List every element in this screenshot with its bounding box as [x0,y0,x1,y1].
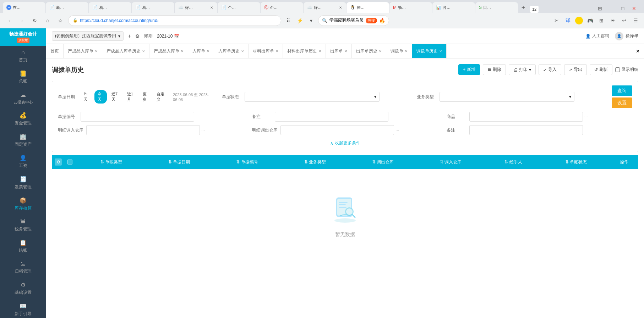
tab-outbound-close[interactable]: ✕ [275,49,278,53]
filter-settings-button[interactable]: 设置 [612,97,632,108]
company-selector[interactable]: (勿删勿禁用）江西服宝测试专用 ▾ [52,31,124,41]
browser-tab-3[interactable]: 📄 易… [89,2,131,13]
lightning-icon[interactable]: ⚡ [295,16,304,25]
column-settings-btn[interactable]: ⚙ [55,158,62,166]
page-tab-inbound[interactable]: 产成品入库单 ✕ [64,44,102,58]
detail-in-dots[interactable]: ··· [201,128,205,133]
address-bar[interactable]: 🔒 https://cloud.chanjet.com/accounting/u… [68,15,281,26]
extensions-icon[interactable]: ⠿ [284,16,293,25]
sidebar-item-cloud-report[interactable]: ☁ 云报表中心 [0,88,46,108]
extension1-icon[interactable] [575,17,583,24]
sidebar-item-home[interactable]: ⌂ 首页 [0,46,46,67]
service-button[interactable]: 👤 人工咨询 [585,33,609,39]
settings-btn[interactable]: ⚙ [135,33,140,39]
browser-tab-7[interactable]: Ⓒ 企… [261,2,303,13]
scissors-icon[interactable]: ✂ [552,16,561,25]
tab-manager-icon[interactable]: ⊞ [596,4,604,13]
close-window-icon[interactable]: ✕ [630,4,638,13]
browser-tab-1[interactable]: ✦ 在… [3,2,45,13]
browser-tab-9[interactable]: 🐧 腾… [346,2,389,13]
refresh-button[interactable]: ↺ 刷新 [590,64,612,75]
sidebar-item-payroll[interactable]: 👤 工资 [0,151,46,172]
detail-out-dots[interactable]: ··· [395,128,399,133]
sidebar-item-inventory[interactable]: 📦 库存核算 [0,194,46,215]
forward-button[interactable]: › [17,16,27,26]
brightness-icon[interactable]: ☀ [608,16,617,25]
dropdown-icon[interactable]: ▾ [307,16,315,25]
maximize-icon[interactable]: □ [618,4,627,13]
page-tab-transfer[interactable]: 调拨单 ✕ [386,44,412,58]
date-btn-yesterday[interactable]: 昨天 [81,90,93,104]
minimize-icon[interactable]: — [607,4,616,13]
remark2-input[interactable] [469,125,583,135]
date-btn-today[interactable]: 今天 [94,90,107,104]
docno-input[interactable] [81,112,194,122]
sidebar-item-settings[interactable]: ⚙ 基础设置 [0,278,46,299]
export-button[interactable]: ↗ 导出 [564,64,587,75]
sidebar-item-invoice[interactable]: 🧾 发票管理 [0,172,46,194]
back-button[interactable]: ‹ [4,16,14,26]
page-tab-inbound-history[interactable]: 产成品入库单历史 ✕ [102,44,149,58]
detail-in-input[interactable] [86,125,200,135]
sidebar-item-assets[interactable]: 🏢 固定资产 [0,130,46,151]
date-btn-1month[interactable]: 近1月 [124,90,138,104]
sidebar-item-ledger[interactable]: 📒 总账 [0,67,46,88]
tab-inbound2-close[interactable]: ✕ [181,49,184,53]
collapse-button[interactable]: ∧ 收起更多条件 [330,140,360,146]
tab-inbound-close[interactable]: ✕ [95,49,98,53]
close-all-tabs[interactable]: ✕ [632,49,644,54]
page-tab-stock-in-history[interactable]: 入库单历史 ✕ [214,44,249,58]
reload-button[interactable]: ↻ [30,16,40,26]
business-type-select[interactable]: ▾ [440,92,574,102]
delete-button[interactable]: 🗑 删除 [483,64,506,75]
translate-icon[interactable]: 译 [564,16,572,25]
status-select[interactable]: ▾ [245,92,380,102]
tab-transfer-close[interactable]: ✕ [405,49,408,53]
page-tab-stock-in[interactable]: 入库单 ✕ [188,44,214,58]
query-button[interactable]: 查询 [612,85,632,96]
user-info[interactable]: 👤 徐泽华 [615,32,638,40]
sidebar-item-guide[interactable]: 📖 新手引导 [0,299,46,318]
page-tab-stock-out-history[interactable]: 出库单历史 ✕ [352,44,386,58]
date-btn-custom[interactable]: 自定义 [153,90,169,104]
bookmark-button[interactable]: ☆ [55,16,65,26]
show-all-toggle[interactable]: 显示明细 [615,67,638,73]
page-tab-transfer-history[interactable]: 调拨单历史 ✕ [412,44,447,58]
select-all-checkbox[interactable] [67,160,72,164]
sidebar-item-tax[interactable]: 🏛 税务管理 [0,215,46,236]
goods-input[interactable] [469,112,583,122]
browser-tab-2[interactable]: 📄 新… [46,2,88,13]
browser-tab-8[interactable]: ☁️ 好… ✕ [304,2,346,13]
new-tab-button[interactable]: + [518,3,528,13]
browser-tab-11[interactable]: 📊 各… [432,2,475,13]
page-tab-stock-out[interactable]: 出库单 ✕ [326,44,352,58]
page-tab-home[interactable]: 首页 [46,44,64,58]
page-tab-outbound[interactable]: 材料出库单 ✕ [249,44,283,58]
remark-input[interactable] [275,112,388,122]
tab-stock-out-close[interactable]: ✕ [344,49,347,53]
sidebar-item-funds[interactable]: 💰 资金管理 [0,108,46,130]
show-all-checkbox[interactable] [615,67,620,72]
sidebar-item-closing[interactable]: 📋 结账 [0,236,46,257]
undo-icon[interactable]: ↩ [620,16,628,25]
tab-outbound-history-close[interactable]: ✕ [318,49,321,53]
add-company-btn[interactable]: + [128,33,131,39]
detail-out-input[interactable] [280,125,394,135]
print-button[interactable]: 🖨 打印 ▾ [509,64,536,75]
menu-icon[interactable]: ☰ [631,16,640,25]
import-button[interactable]: ↙ 导入 [539,64,561,75]
browser-tab-4[interactable]: 📄 易… [132,2,174,13]
browser-tab-10[interactable]: M 畅… [389,2,432,13]
tab-stock-out-history-close[interactable]: ✕ [379,49,382,53]
browser-tab-5[interactable]: ☁️ 好… ✕ [175,2,217,13]
browser-search[interactable]: 🔍 学霸应聘场驱鸟员 热搜 🔥 [318,15,389,26]
page-tab-inbound2[interactable]: 产成品入库单 ✕ [149,44,188,58]
date-btn-7days[interactable]: 近7天 [108,90,122,104]
home-button[interactable]: ⌂ [43,16,53,26]
browser-tab-12[interactable]: S 目… [475,2,518,13]
tab-stock-in-close[interactable]: ✕ [207,49,209,53]
period-value[interactable]: 2021-10 📅 [157,34,179,39]
extension2-icon[interactable]: 🎮 [586,16,594,25]
page-tab-outbound-history[interactable]: 材料出库单历史 ✕ [283,44,326,58]
tab-transfer-history-close[interactable]: ✕ [439,49,442,53]
